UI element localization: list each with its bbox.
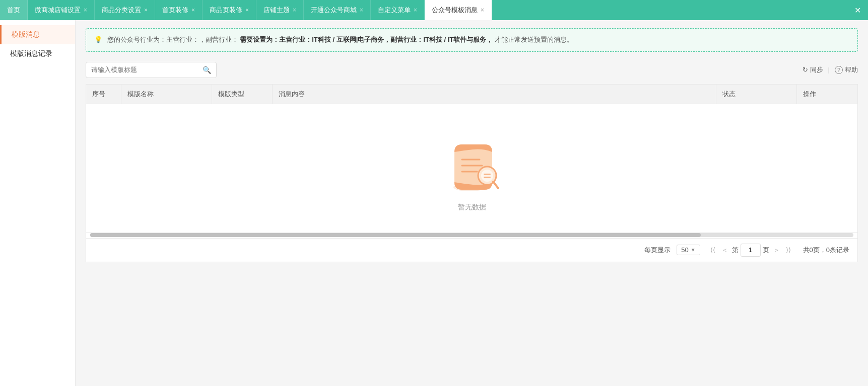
page-label: 第: [732, 246, 739, 255]
tab-close-icon[interactable]: ×: [245, 7, 249, 14]
pagination: 每页显示 50 ▼ ⟨⟨ ＜ 第 页 ＞ ⟩⟩ 共0页，0条记录: [86, 239, 858, 262]
notice-prefix: 您的公众号行业为：主营行业：，副营行业：: [107, 36, 238, 43]
topbar-tab-home[interactable]: 首页: [0, 0, 28, 20]
tab-label: 自定义菜单: [378, 6, 411, 15]
sync-label: 同步: [810, 65, 823, 74]
topbar-tab-open-mall[interactable]: 开通公众号商城×: [304, 0, 371, 20]
topbar-tab-custom-menu[interactable]: 自定义菜单×: [371, 0, 425, 20]
notice-icon: 💡: [94, 36, 102, 43]
page-unit: 页: [763, 246, 769, 255]
tab-close-icon[interactable]: ×: [191, 7, 195, 14]
first-page-button[interactable]: ⟨⟨: [708, 245, 717, 255]
table-header: 序号模版名称模版类型消息内容状态操作: [86, 84, 858, 104]
help-button[interactable]: ? 帮助: [835, 65, 858, 74]
tab-close-icon[interactable]: ×: [360, 7, 363, 14]
tab-close-icon[interactable]: ×: [481, 7, 484, 14]
tab-label: 开通公众号商城: [311, 6, 357, 15]
topbar-tab-product-decor[interactable]: 商品页装修×: [203, 0, 256, 20]
tab-label: 公众号模板消息: [432, 6, 478, 15]
tab-label: 商品页装修: [210, 6, 242, 15]
topbar-tab-store-theme[interactable]: 店铺主题×: [256, 0, 304, 20]
empty-state: 暂无数据: [86, 104, 858, 233]
next-page-button[interactable]: ＞: [771, 245, 782, 256]
column-header-index: 序号: [86, 85, 121, 104]
column-header-status: 状态: [716, 85, 797, 104]
tab-label: 商品分类设置: [102, 6, 141, 15]
help-icon: ?: [835, 66, 843, 74]
tab-close-icon[interactable]: ×: [84, 7, 87, 14]
per-page-label: 每页显示: [644, 246, 671, 255]
main-layout: 模版消息模版消息记录 💡 您的公众号行业为：主营行业：，副营行业： 需要设置为：…: [0, 20, 868, 386]
tab-close-icon[interactable]: ×: [293, 7, 296, 14]
topbar: 首页微商城店铺设置×商品分类设置×首页装修×商品页装修×店铺主题×开通公众号商城…: [0, 0, 868, 20]
pagination-buttons: ⟨⟨ ＜ 第 页 ＞ ⟩⟩: [708, 244, 793, 257]
svg-point-5: [481, 170, 493, 182]
tab-label: 店铺主题: [263, 6, 290, 15]
sidebar-item-template-msg-record[interactable]: 模版消息记录: [0, 44, 75, 63]
per-page-value: 50: [681, 246, 688, 254]
column-header-actions: 操作: [797, 85, 857, 104]
tab-label: 首页装修: [162, 6, 188, 15]
total-info: 共0页，0条记录: [803, 246, 849, 255]
sidebar: 模版消息模版消息记录: [0, 20, 76, 386]
tab-close-icon[interactable]: ×: [414, 7, 417, 14]
sync-icon: ↻: [803, 66, 808, 73]
scrollbar-area: [86, 233, 858, 239]
table-wrap: 序号模版名称模版类型消息内容状态操作: [86, 84, 858, 262]
divider: |: [828, 66, 830, 73]
close-all-button[interactable]: ✕: [847, 0, 868, 20]
sync-button[interactable]: ↻ 同步: [803, 65, 823, 74]
page-number-input[interactable]: [741, 244, 761, 257]
search-icon[interactable]: 🔍: [203, 66, 211, 74]
notice-box: 💡 您的公众号行业为：主营行业：，副营行业： 需要设置为：主营行业：IT科技 /…: [86, 28, 858, 52]
svg-line-6: [493, 182, 498, 188]
search-actions: ↻ 同步 | ? 帮助: [803, 65, 858, 74]
scrollbar-thumb[interactable]: [90, 233, 701, 237]
help-label: 帮助: [845, 65, 858, 74]
page-input-wrap: 第 页: [732, 244, 769, 257]
per-page-select[interactable]: 50 ▼: [677, 245, 700, 255]
search-input-wrap: 🔍: [86, 62, 217, 78]
last-page-button[interactable]: ⟩⟩: [784, 245, 793, 255]
chevron-down-icon: ▼: [691, 247, 696, 253]
topbar-tab-category-settings[interactable]: 商品分类设置×: [95, 0, 155, 20]
search-bar: 🔍 ↻ 同步 | ? 帮助: [86, 62, 858, 78]
topbar-tab-homepage-decor[interactable]: 首页装修×: [155, 0, 203, 20]
notice-highlight: 需要设置为：主营行业：IT科技 / 互联网|电子商务，副营行业：IT科技 / I…: [240, 36, 493, 43]
tab-label: 首页: [7, 6, 20, 15]
empty-illustration: [442, 134, 502, 195]
column-header-template-name: 模版名称: [121, 85, 212, 104]
topbar-tab-shop-settings[interactable]: 微商城店铺设置×: [28, 0, 95, 20]
empty-text: 暂无数据: [458, 203, 486, 212]
content-area: 💡 您的公众号行业为：主营行业：，副营行业： 需要设置为：主营行业：IT科技 /…: [76, 20, 868, 386]
tab-label: 微商城店铺设置: [35, 6, 81, 15]
topbar-tab-template-msg[interactable]: 公众号模板消息×: [425, 0, 492, 20]
tab-close-icon[interactable]: ×: [144, 7, 148, 14]
prev-page-button[interactable]: ＜: [719, 245, 730, 256]
column-header-template-type: 模版类型: [212, 85, 273, 104]
sidebar-item-template-msg[interactable]: 模版消息: [0, 25, 75, 44]
column-header-content: 消息内容: [273, 85, 716, 104]
search-input[interactable]: [91, 66, 203, 73]
scrollbar-track: [90, 233, 853, 237]
notice-suffix: 才能正常发送预置的消息。: [495, 36, 573, 43]
